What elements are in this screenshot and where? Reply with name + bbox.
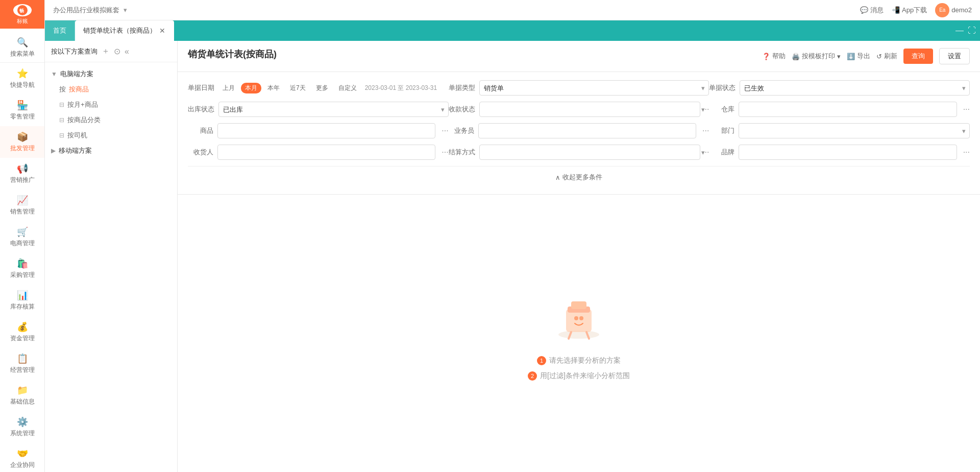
tree-item-by-goods[interactable]: 按 按商品 <box>53 82 177 97</box>
user-info[interactable]: Ea demo2 <box>935 3 972 17</box>
filter-field-staff: 业务员 ··· <box>449 123 709 138</box>
date-tag-more[interactable]: 更多 <box>312 83 332 93</box>
tab-close-icon[interactable]: ✕ <box>159 27 165 35</box>
filter-tree: ▼ 电脑端方案 按 按商品 ⊟ 按月+商品 ⊟ 按商品分类 <box>45 62 177 162</box>
empty-hint-2-text: 用[过滤]条件来缩小分析范围 <box>540 371 630 381</box>
sidebar-item-wholesale-group: 📦 批发管理 <box>0 126 44 158</box>
date-tag-this-month[interactable]: 本月 <box>241 83 261 93</box>
help-btn[interactable]: ❓ 帮助 <box>762 52 786 61</box>
collapse-btn[interactable]: ∧ 收起更多条件 <box>188 169 970 186</box>
sidebar-item-basic[interactable]: 📁 基础信息 <box>0 380 44 411</box>
tree-item-month-goods[interactable]: ⊟ 按月+商品 <box>53 97 177 112</box>
export-btn[interactable]: ⬇️ 导出 <box>847 52 870 61</box>
add-plan-btn[interactable]: ＋ <box>102 46 110 57</box>
receiver-more-icon[interactable]: ··· <box>442 148 448 157</box>
sidebar-item-ecommerce[interactable]: 🛒 电商管理 <box>0 221 44 253</box>
tab-maximize-icon[interactable]: ⛶ <box>968 26 976 35</box>
tree-item-mobile[interactable]: ▶ 移动端方案 <box>45 143 177 158</box>
finance-icon: 💰 <box>17 321 28 333</box>
collect-status-select-wrapper: ··· <box>479 102 709 117</box>
month-goods-icon: ⊟ <box>59 101 64 108</box>
brand-input[interactable] <box>739 145 957 160</box>
date-tag-this-year[interactable]: 本年 <box>263 83 284 93</box>
sidebar-item-marketing[interactable]: 📢 营销推广 <box>0 158 44 190</box>
dept-select[interactable] <box>739 123 970 138</box>
tab-home[interactable]: 首页 <box>45 20 75 41</box>
filter-field-doc-status: 单据状态 已生效 <box>709 80 970 96</box>
out-status-select[interactable]: 已出库 <box>218 102 449 117</box>
sidebar-item-purchase[interactable]: 🛍️ 采购管理 <box>0 253 44 285</box>
sidebar-item-operation[interactable]: 📋 经营管理 <box>0 348 44 380</box>
tree-goods-category-label: 按商品分类 <box>67 115 101 125</box>
print-label: 按模板打印 <box>802 52 835 61</box>
logo-icon: 畅 <box>13 4 32 16</box>
topbar-left: 办公用品行业模拟账套 ▾ <box>53 6 127 15</box>
brand-more-icon[interactable]: ··· <box>963 148 970 157</box>
svg-text:畅: 畅 <box>19 8 24 13</box>
goods-input[interactable] <box>217 123 435 138</box>
staff-more-icon[interactable]: ··· <box>702 126 709 135</box>
date-tag-7days[interactable]: 近7天 <box>286 83 310 93</box>
retail-icon: 🏪 <box>17 100 28 111</box>
filter-field-date: 单据日期 上月 本月 本年 近7天 更多 自定义 2023-03-01 至 20… <box>188 83 449 93</box>
query-btn[interactable]: 查询 <box>903 49 933 64</box>
message-label: 消息 <box>870 6 884 15</box>
sidebar: 畅 标账 🔍 搜索菜单 ⭐ 快捷导航 🏪 零售管理 📦 批发管理 📢 营销推广 <box>0 0 45 472</box>
doc-status-select[interactable]: 已生效 <box>740 80 970 96</box>
staff-input[interactable] <box>478 123 696 138</box>
collect-status-select[interactable] <box>479 102 700 117</box>
message-btn[interactable]: 💬 消息 <box>860 6 884 15</box>
date-tag-custom[interactable]: 自定义 <box>334 83 361 93</box>
collapse-panel-btn[interactable]: « <box>125 47 129 56</box>
sidebar-item-search[interactable]: 🔍 搜索菜单 <box>0 33 44 63</box>
filter-row-3: 商品 ··· 业务员 ··· 部门 <box>188 123 970 138</box>
ecommerce-icon: 🛒 <box>17 226 28 238</box>
print-btn[interactable]: 🖨️ 按模板打印 ▾ <box>792 52 841 61</box>
tab-report[interactable]: 销货单统计表（按商品） ✕ <box>75 20 174 41</box>
tree-expand-icon: ▼ <box>51 70 57 78</box>
date-tag-last-month[interactable]: 上月 <box>218 83 239 93</box>
goods-more-icon[interactable]: ··· <box>442 126 448 135</box>
receiver-input[interactable] <box>217 145 435 160</box>
filter-field-receiver: 收货人 ··· <box>188 145 449 160</box>
sidebar-item-enterprise[interactable]: 🤝 企业协同 <box>0 443 44 472</box>
quicknav-icon: ⭐ <box>17 68 28 79</box>
app-download-btn[interactable]: 📲 App下载 <box>892 6 927 15</box>
staff-label: 业务员 <box>449 126 474 135</box>
collect-status-more-icon[interactable]: ··· <box>702 105 709 114</box>
dept-label: 部门 <box>709 126 734 135</box>
settle-select[interactable] <box>479 145 700 160</box>
tree-children-pc: 按 按商品 ⊟ 按月+商品 ⊟ 按商品分类 ⊟ 按司机 <box>45 82 177 143</box>
date-range-text: 2023-03-01 至 2023-03-31 <box>365 84 437 92</box>
sidebar-item-inventory[interactable]: 📊 库存核算 <box>0 285 44 316</box>
filter-panel: 按以下方案查询 ＋ ⊙ « ▼ 电脑端方案 按 按商品 ⊟ <box>45 41 178 472</box>
refresh-btn[interactable]: ↺ 刷新 <box>876 52 897 61</box>
sidebar-item-system[interactable]: ⚙️ 系统管理 <box>0 411 44 443</box>
help-label: 帮助 <box>772 52 786 61</box>
warehouse-input[interactable] <box>739 102 957 117</box>
industry-dropdown-icon[interactable]: ▾ <box>124 6 127 14</box>
topbar-right: 💬 消息 📲 App下载 Ea demo2 <box>860 3 972 17</box>
settings-btn[interactable]: 设置 <box>939 48 970 64</box>
tab-minimize-icon[interactable]: — <box>955 26 964 35</box>
filter-field-doc-type: 单据类型 销货单 <box>449 80 709 96</box>
settings-plan-btn[interactable]: ⊙ <box>114 46 120 56</box>
filter-field-warehouse: 仓库 ··· <box>709 102 970 117</box>
warehouse-more-icon[interactable]: ··· <box>963 105 970 114</box>
filter-field-settle: 结算方式 ··· <box>449 145 709 160</box>
tree-item-driver[interactable]: ⊟ 按司机 <box>53 128 177 143</box>
sidebar-item-finance[interactable]: 💰 资金管理 <box>0 316 44 348</box>
sidebar-item-quicknav[interactable]: ⭐ 快捷导航 <box>0 63 44 95</box>
sidebar-item-retail[interactable]: 🏪 零售管理 <box>0 95 44 126</box>
collapse-up-icon: ∧ <box>555 174 560 181</box>
tree-item-goods-category[interactable]: ⊟ 按商品分类 <box>53 112 177 128</box>
doc-type-select[interactable]: 销货单 <box>479 80 709 96</box>
settle-more-icon[interactable]: ··· <box>702 148 709 157</box>
tree-item-pc[interactable]: ▼ 电脑端方案 <box>45 66 177 82</box>
settle-label: 结算方式 <box>449 148 475 157</box>
filter-divider <box>188 166 970 167</box>
sidebar-item-sales[interactable]: 📈 销售管理 <box>0 190 44 221</box>
tabbar: 首页 销货单统计表（按商品） ✕ — ⛶ <box>45 20 980 41</box>
tabbar-controls: — ⛶ <box>955 26 980 35</box>
sidebar-item-wholesale[interactable]: 📦 批发管理 <box>0 126 44 158</box>
